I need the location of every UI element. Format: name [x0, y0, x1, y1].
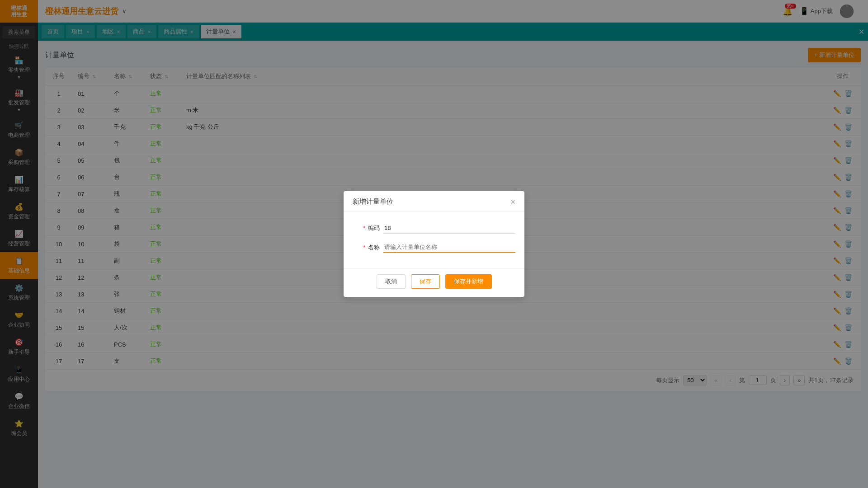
modal-code-input[interactable]: [383, 223, 515, 234]
form-row-name: * 名称: [353, 242, 515, 253]
form-name-label: * 名称: [353, 244, 380, 252]
modal-overlay: 新增计量单位 × * 编码 * 名称 取消 保存 保存并新增: [0, 0, 868, 488]
modal-header: 新增计量单位 ×: [344, 191, 524, 212]
modal-close-button[interactable]: ×: [510, 198, 515, 206]
modal-save-button[interactable]: 保存: [411, 274, 440, 289]
add-unit-modal: 新增计量单位 × * 编码 * 名称 取消 保存 保存并新增: [344, 191, 524, 297]
modal-title: 新增计量单位: [353, 197, 393, 206]
modal-save-add-button[interactable]: 保存并新增: [445, 274, 492, 289]
required-mark: *: [363, 225, 365, 231]
form-code-label: * 编码: [353, 224, 380, 232]
modal-cancel-button[interactable]: 取消: [377, 274, 406, 289]
required-mark-name: *: [363, 244, 365, 251]
form-row-code: * 编码: [353, 223, 515, 234]
modal-body: * 编码 * 名称: [344, 212, 524, 268]
modal-footer: 取消 保存 保存并新增: [344, 268, 524, 297]
modal-name-input[interactable]: [383, 242, 515, 253]
